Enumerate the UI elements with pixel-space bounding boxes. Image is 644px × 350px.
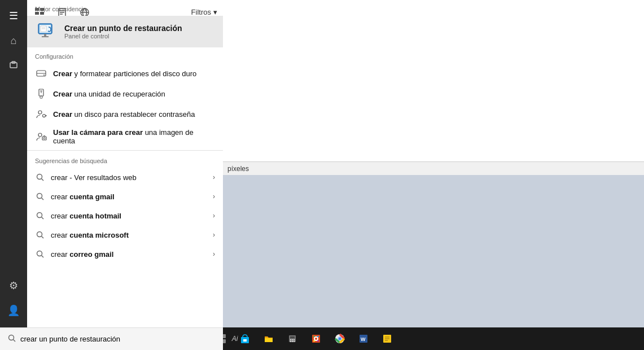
best-match-bold: Crear <box>64 24 85 33</box>
svg-point-40 <box>37 213 42 218</box>
search-bar: crear un punto de restauración <box>0 327 223 350</box>
start-menu: Filtros ▾ Mejor coincidencia <box>0 0 223 327</box>
pixels-label: píxeles <box>227 165 249 173</box>
config-section-label: Configuración <box>27 47 223 63</box>
search-icon-4 <box>35 230 45 240</box>
suggestion-text-3: crear cuenta hotmail <box>51 212 207 220</box>
config-item-3[interactable]: Crear un disco para restablecer contrase… <box>27 104 223 124</box>
config-item-1[interactable]: Crear y formatear particiones del disco … <box>27 63 223 84</box>
config-item-4[interactable]: Usar la cámara para crear una imagen de … <box>27 124 223 149</box>
svg-point-35 <box>43 138 45 139</box>
camera-user-icon <box>35 130 47 143</box>
arrow-icon-2: › <box>213 193 215 200</box>
svg-line-45 <box>42 256 44 258</box>
suggestion-item-2[interactable]: crear cuenta gmail › <box>27 187 223 206</box>
notifications-icon[interactable] <box>2 54 25 77</box>
home-icon[interactable]: ⌂ <box>2 29 25 52</box>
svg-text:W: W <box>361 336 366 342</box>
svg-rect-60 <box>265 338 273 342</box>
svg-rect-62 <box>290 336 295 338</box>
svg-rect-65 <box>293 339 295 340</box>
hamburger-icon[interactable]: ☰ <box>2 5 25 27</box>
ai-label: Ai <box>224 327 246 350</box>
svg-point-30 <box>43 115 46 117</box>
search-results: Mejor coincidencia <box>27 0 223 327</box>
usb-icon <box>35 88 47 100</box>
svg-point-24 <box>43 75 45 76</box>
arrow-icon-4: › <box>213 231 215 239</box>
svg-line-41 <box>42 217 44 220</box>
svg-rect-16 <box>44 34 46 36</box>
suggestion-text-1: crear - Ver resultados web <box>51 173 207 182</box>
suggestion-item-1[interactable]: crear - Ver resultados web › <box>27 168 223 187</box>
pixels-bar: píxeles <box>223 161 644 175</box>
search-icon-5 <box>35 249 45 259</box>
search-icon-1 <box>35 172 45 182</box>
user-key-icon <box>35 108 47 120</box>
svg-line-47 <box>14 340 16 342</box>
suggestion-item-3[interactable]: crear cuenta hotmail › <box>27 206 223 225</box>
hdd-icon <box>35 67 47 80</box>
best-match-subtitle: Panel de control <box>64 33 182 40</box>
config-item-2[interactable]: Crear una unidad de recuperación <box>27 84 223 104</box>
chrome-icon[interactable] <box>328 327 351 350</box>
arrow-icon-3: › <box>213 212 215 220</box>
search-icon-2 <box>35 191 45 202</box>
svg-point-79 <box>339 338 341 340</box>
svg-point-33 <box>38 133 42 137</box>
left-nav: ☰ ⌂ ⚙ 👤 <box>0 0 27 327</box>
suggestion-item-5[interactable]: crear correo gmail › <box>27 244 223 264</box>
suggestion-item-4[interactable]: crear cuenta microsoft › <box>27 225 223 244</box>
sticky-notes-icon[interactable] <box>376 327 398 350</box>
svg-line-39 <box>42 198 44 200</box>
suggestion-text-2: crear cuenta gmail <box>51 193 207 201</box>
svg-point-38 <box>37 194 42 199</box>
svg-rect-17 <box>42 36 49 37</box>
word-icon[interactable]: W <box>352 327 375 350</box>
svg-point-36 <box>37 174 42 180</box>
config-item-text-3: Crear un disco para restablecer contrase… <box>53 110 195 119</box>
best-match-rest: un punto de restauración <box>85 24 182 33</box>
svg-rect-72 <box>313 336 315 337</box>
config-item-text-4: Usar la cámara para crear una imagen de … <box>53 128 215 145</box>
arrow-icon-5: › <box>213 250 215 258</box>
svg-line-43 <box>42 237 44 239</box>
suggestion-text-5: crear correo gmail <box>51 250 207 259</box>
svg-rect-63 <box>290 339 291 340</box>
svg-rect-68 <box>293 341 295 342</box>
svg-rect-64 <box>292 339 293 340</box>
svg-point-42 <box>37 232 42 237</box>
settings-nav-icon[interactable]: ⚙ <box>2 274 25 297</box>
arrow-icon-1: › <box>213 173 215 181</box>
svg-rect-67 <box>292 341 293 342</box>
suggestion-text-4: crear cuenta microsoft <box>51 231 207 239</box>
calculator-icon[interactable] <box>281 327 304 350</box>
paint-icon[interactable] <box>305 327 327 350</box>
best-match-title: Crear un punto de restauración <box>64 24 182 33</box>
svg-rect-74 <box>313 340 315 342</box>
best-match-item[interactable]: Crear un punto de restauración Panel de … <box>27 16 223 47</box>
user-nav-icon[interactable]: 👤 <box>2 299 25 322</box>
search-bar-text[interactable]: crear un punto de restauración <box>20 335 120 343</box>
svg-rect-73 <box>317 336 319 337</box>
svg-rect-34 <box>42 137 46 140</box>
restore-point-icon <box>35 20 58 43</box>
config-item-text-1: Crear y formatear particiones del disco … <box>53 69 196 78</box>
svg-point-46 <box>9 335 14 340</box>
best-match-text: Crear un punto de restauración Panel de … <box>64 24 182 40</box>
svg-point-29 <box>38 111 42 114</box>
editor-area <box>223 0 644 164</box>
svg-rect-26 <box>40 96 42 98</box>
suggestions-label: Sugerencias de búsqueda <box>27 152 223 168</box>
svg-point-44 <box>37 251 42 256</box>
svg-rect-75 <box>317 340 319 342</box>
search-bar-icon <box>8 334 16 344</box>
svg-line-37 <box>42 179 44 181</box>
search-icon-3 <box>35 211 45 221</box>
best-match-label: Mejor coincidencia <box>27 0 223 16</box>
divider-1 <box>27 150 223 151</box>
file-explorer-icon[interactable] <box>257 327 280 350</box>
config-item-text-2: Crear una unidad de recuperación <box>53 90 165 98</box>
svg-rect-66 <box>290 341 291 342</box>
svg-point-71 <box>315 338 317 340</box>
